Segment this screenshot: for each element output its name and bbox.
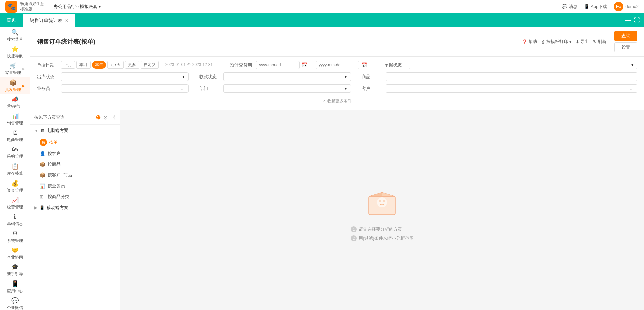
add-scheme-button[interactable]: ⊕ — [96, 114, 101, 121]
date-btn-more[interactable]: 更多 — [125, 61, 139, 69]
sidebar-item-purchase-mgmt[interactable]: 🛍 采购管理 — [0, 144, 30, 161]
scheme-item-by-goods-category[interactable]: ⊞ 按商品分类 — [30, 191, 120, 202]
marketing-icon: 📣 — [11, 96, 19, 103]
filter-row-1: 单据日期 上月 本月 本年 近7天 更多 自定义 2023-01-01 至 20… — [37, 61, 637, 69]
scheme-item-by-goods[interactable]: 📦 按商品 — [30, 159, 120, 170]
query-button[interactable]: 查询 — [614, 31, 637, 41]
help-icon: ❓ — [522, 39, 527, 44]
document-status-select[interactable]: ▾ — [409, 61, 637, 69]
scheme-label-by-customer-goods: 按客户+商品 — [48, 172, 72, 178]
top-bar-right: 💬 消息 📱 App下载 Ea demo2 — [562, 2, 639, 11]
message-button[interactable]: 💬 消息 — [562, 4, 577, 10]
chevron-right-icon: ▶ — [22, 67, 25, 71]
sidebar-item-sys-mgmt[interactable]: ⚙ 系统管理 — [0, 228, 30, 245]
goods-input[interactable]: … — [386, 72, 637, 81]
chevron-down-icon: ▾ — [99, 4, 101, 9]
print-icon: 🖨 — [541, 39, 545, 44]
sales-icon: 📊 — [11, 112, 19, 120]
date-btn-last-month[interactable]: 上月 — [61, 61, 75, 69]
doc-status-label: 单据状态 — [384, 62, 405, 68]
date-btn-7days[interactable]: 近7天 — [107, 61, 124, 69]
salesperson-search-input[interactable] — [65, 86, 181, 91]
sidebar-item-corp-wechat[interactable]: 💬 企业微信 — [0, 295, 30, 310]
scheme-label-by-order: 按单 — [49, 139, 58, 145]
sidebar-item-search-menu[interactable]: 🔍 搜索菜单 — [0, 27, 30, 44]
sidebar-item-retail-mgmt[interactable]: 🛒 零售管理 ▶ — [0, 60, 30, 77]
scheme-item-by-salesperson[interactable]: 📊 按业务员 — [30, 180, 120, 191]
collapse-panel-button[interactable]: 《 — [110, 114, 116, 121]
sidebar-item-inventory[interactable]: 📋 库存核算 — [0, 161, 30, 178]
help-button[interactable]: ❓ 帮助 — [522, 39, 537, 45]
left-panel-header: 按以下方案查询 ⊕ ⊙ 《 — [30, 110, 120, 125]
app-icon: 📱 — [11, 280, 19, 288]
desktop-schemes-section: ▼ 🖥 电脑端方案 按 按单 👤 按客户 — [30, 125, 120, 202]
app-download-button[interactable]: 📱 App下载 — [584, 4, 607, 10]
sidebar-item-wholesale-mgmt[interactable]: 📦 批发管理 ▶ — [0, 77, 30, 94]
ecom-icon: 🖥 — [12, 129, 18, 136]
goods-icon: 📦 — [40, 162, 46, 167]
refresh-icon: ↻ — [593, 39, 597, 44]
export-button[interactable]: ⬇ 导出 — [576, 39, 589, 45]
top-bar: 🐾 畅捷通好生意 标准版 办公用品行业模拟账套 ▾ 💬 消息 📱 App下载 E… — [0, 0, 644, 13]
customer-search-input[interactable] — [389, 86, 630, 91]
collapse-filters-button[interactable]: ∧ 收起更多条件 — [30, 96, 644, 106]
desktop-schemes-header[interactable]: ▼ 🖥 电脑端方案 — [30, 125, 120, 136]
sidebar-item-app-center[interactable]: 📱 应用中心 — [0, 278, 30, 295]
expected-delivery-end[interactable] — [316, 61, 359, 69]
salesperson-input[interactable]: … — [61, 84, 189, 93]
sidebar-item-basic-info[interactable]: ℹ 基础信息 — [0, 211, 30, 228]
search-icon: 🔍 — [11, 29, 19, 36]
delivery-status-select[interactable]: ▾ — [61, 72, 189, 81]
scheme-label-by-goods: 按商品 — [48, 161, 61, 167]
date-btn-this-month[interactable]: 本月 — [76, 61, 91, 69]
chevron-down-icon-status: ▾ — [631, 62, 634, 67]
scheme-item-by-customer-goods[interactable]: 📦 按客户+商品 — [30, 170, 120, 180]
desktop-icon: 🖥 — [40, 128, 45, 133]
bar-chart-icon: 📊 — [40, 183, 46, 189]
goods-search-input[interactable] — [389, 74, 630, 79]
page-header: 销售订单统计表(按单) ❓ 帮助 🖨 按模板打印 ▾ ⬇ 导出 ↻ 刷新 — [30, 27, 644, 57]
sidebar-item-marketing[interactable]: 📣 营销推广 — [0, 94, 30, 111]
empty-state: 1 请先选择要分析的方案 2 用[过滤]条件来缩小分析范围 — [120, 110, 644, 310]
date-btn-custom[interactable]: 自定义 — [141, 61, 159, 69]
scheme-item-by-order[interactable]: 按 按单 — [30, 136, 120, 148]
message-icon: 💬 — [562, 4, 567, 9]
receipt-status-select[interactable]: ▾ — [223, 72, 351, 81]
sidebar-item-finance-mgmt[interactable]: 💰 资金管理 — [0, 178, 30, 195]
sidebar-item-quick-nav[interactable]: ⭐ 快捷导航 — [0, 44, 30, 60]
minimize-icon[interactable]: — — [625, 17, 631, 24]
print-button[interactable]: 🖨 按模板打印 ▾ — [541, 39, 572, 45]
date-shortcuts: 上月 本月 本年 近7天 更多 自定义 — [61, 61, 159, 69]
expected-delivery-start[interactable] — [256, 61, 300, 69]
customer-input[interactable]: … — [386, 84, 637, 93]
nav-sidebar: 🔍 搜索菜单 ⭐ 快捷导航 🛒 零售管理 ▶ 📦 批发管理 ▶ 📣 营销推广 — [0, 27, 30, 310]
sidebar-item-sales-mgmt[interactable]: 📊 销售管理 — [0, 111, 30, 127]
scheme-label-by-salesperson: 按业务员 — [48, 183, 65, 189]
settings-scheme-button[interactable]: ⊙ — [103, 114, 108, 121]
sidebar-item-new-guide[interactable]: 🎓 新手引导 — [0, 262, 30, 278]
tab-home[interactable]: 首页 — [0, 13, 23, 27]
workspace-selector[interactable]: 办公用品行业模拟账套 ▾ — [54, 4, 101, 10]
tip-num-1: 1 — [351, 226, 357, 232]
user-profile[interactable]: Ea demo2 — [614, 2, 639, 11]
empty-tip-1: 1 请先选择要分析的方案 — [351, 226, 413, 232]
sidebar-item-ops-mgmt[interactable]: 📈 经营管理 — [0, 195, 30, 211]
empty-tips: 1 请先选择要分析的方案 2 用[过滤]条件来缩小分析范围 — [351, 226, 413, 241]
tab-sales-order-stat[interactable]: 销售订单统计表 ✕ — [23, 14, 75, 28]
tab-close-icon[interactable]: ✕ — [65, 18, 68, 23]
sidebar-item-corp-collab[interactable]: 🤝 企业协同 — [0, 245, 30, 262]
more-icon-customer: … — [630, 86, 634, 91]
refresh-button[interactable]: ↻ 刷新 — [593, 39, 606, 45]
expand-icon[interactable]: ⛶ — [634, 17, 640, 24]
setting-button[interactable]: 设置 — [614, 42, 637, 52]
sidebar-item-ecom-mgmt[interactable]: 🖥 电商管理 — [0, 127, 30, 144]
department-select[interactable]: ▾ — [223, 84, 351, 93]
mobile-schemes-header[interactable]: ▶ 📱 移动端方案 — [30, 202, 120, 213]
scheme-item-by-customer[interactable]: 👤 按客户 — [30, 148, 120, 159]
svg-marker-2 — [382, 192, 395, 196]
date-btn-this-year[interactable]: 本年 — [92, 61, 106, 69]
doc-date-label: 单据日期 — [37, 62, 57, 68]
empty-illustration — [362, 179, 402, 220]
tip-num-2: 2 — [351, 235, 357, 241]
active-scheme-indicator: 按 — [40, 139, 47, 146]
